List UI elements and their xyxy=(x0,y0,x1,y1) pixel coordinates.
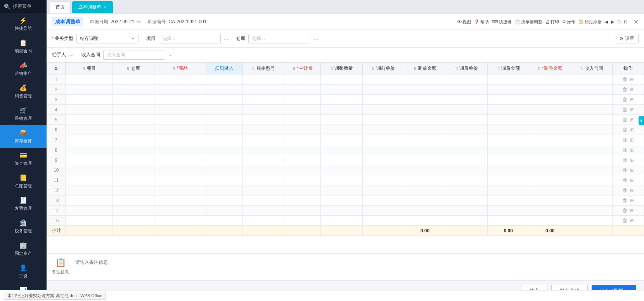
table-cell[interactable] xyxy=(242,185,284,195)
table-cell[interactable] xyxy=(206,125,242,135)
table-cell[interactable] xyxy=(362,216,404,226)
table-cell[interactable] xyxy=(206,195,242,206)
table-cell[interactable] xyxy=(242,74,284,85)
col-before-amount[interactable]: ⇅ 调前金额 xyxy=(404,63,446,74)
table-cell[interactable] xyxy=(284,206,321,216)
table-cell[interactable] xyxy=(571,195,612,206)
table-cell[interactable] xyxy=(206,115,242,125)
table-cell[interactable] xyxy=(154,195,206,206)
table-cell[interactable] xyxy=(206,216,242,226)
delete-icon[interactable]: 🗑 xyxy=(622,76,627,82)
handler-more-icon[interactable]: ··· xyxy=(69,52,74,58)
table-cell[interactable] xyxy=(321,185,362,195)
table-cell[interactable] xyxy=(66,115,113,125)
table-cell[interactable] xyxy=(404,195,446,206)
table-cell[interactable] xyxy=(571,145,612,155)
table-cell[interactable] xyxy=(446,85,487,95)
col-warehouse[interactable]: ⇅ 仓库 xyxy=(113,63,154,74)
table-cell[interactable] xyxy=(206,135,242,145)
help-action[interactable]: ❓ 帮助 xyxy=(474,19,489,25)
table-cell[interactable] xyxy=(113,105,154,115)
copy-icon[interactable]: ⊕ xyxy=(630,127,634,133)
table-cell[interactable] xyxy=(529,95,571,105)
taskbar-wps-item[interactable]: 木门行业好业财处理方案-暮红红.doc - WPS Office xyxy=(4,292,106,300)
table-cell[interactable] xyxy=(446,105,487,115)
table-cell[interactable] xyxy=(242,206,284,216)
sidebar-item-inventory[interactable]: 📦 库存核算 xyxy=(0,125,47,148)
project-select[interactable]: 选择... xyxy=(159,34,221,43)
table-cell[interactable] xyxy=(362,155,404,165)
table-cell[interactable] xyxy=(362,145,404,155)
delete-icon[interactable]: 🗑 xyxy=(622,177,627,183)
expand2-button[interactable]: ⊟ xyxy=(624,19,627,24)
table-cell[interactable] xyxy=(446,206,487,216)
table-cell[interactable] xyxy=(113,125,154,135)
table-cell[interactable] xyxy=(154,135,206,145)
table-cell[interactable] xyxy=(66,85,113,95)
table-cell[interactable] xyxy=(284,155,321,165)
table-cell[interactable] xyxy=(488,165,529,175)
table-cell[interactable] xyxy=(113,165,154,175)
project-more-icon[interactable]: ··· xyxy=(224,36,229,42)
table-cell[interactable] xyxy=(113,185,154,195)
table-cell[interactable] xyxy=(571,155,612,165)
table-cell[interactable] xyxy=(571,85,612,95)
table-cell[interactable] xyxy=(488,74,529,85)
table-cell[interactable] xyxy=(206,165,242,175)
table-cell[interactable] xyxy=(66,125,113,135)
table-cell[interactable] xyxy=(321,135,362,145)
table-cell[interactable] xyxy=(529,165,571,175)
table-cell[interactable] xyxy=(242,115,284,125)
table-cell[interactable] xyxy=(404,155,446,165)
table-cell[interactable] xyxy=(113,135,154,145)
col-after-amount[interactable]: ⇅ 调后金额 xyxy=(488,63,529,74)
table-cell[interactable] xyxy=(529,185,571,195)
close-window-button[interactable]: ✕ xyxy=(634,18,639,26)
table-cell[interactable] xyxy=(206,85,242,95)
table-cell[interactable] xyxy=(404,85,446,95)
print-action[interactable]: 🖨 打印 xyxy=(545,19,559,25)
date-edit-icon[interactable]: ✏ xyxy=(137,19,141,25)
table-cell[interactable] xyxy=(154,165,206,175)
table-cell[interactable] xyxy=(404,216,446,226)
col-project[interactable]: ⇅ 项目 xyxy=(66,63,113,74)
table-cell[interactable] xyxy=(321,145,362,155)
table-cell[interactable] xyxy=(284,74,321,85)
delete-icon[interactable]: 🗑 xyxy=(622,157,627,163)
table-cell[interactable] xyxy=(321,125,362,135)
table-cell[interactable] xyxy=(362,85,404,95)
table-cell[interactable] xyxy=(154,175,206,185)
table-cell[interactable] xyxy=(362,195,404,206)
sidebar-item-quick-nav[interactable]: ⚡ 快捷导航 xyxy=(0,13,47,35)
table-cell[interactable] xyxy=(66,206,113,216)
table-cell[interactable] xyxy=(321,175,362,185)
table-cell[interactable] xyxy=(66,185,113,195)
delete-icon[interactable]: 🗑 xyxy=(622,137,627,143)
copy-icon[interactable]: ⊕ xyxy=(630,147,634,153)
delete-icon[interactable]: 🗑 xyxy=(622,187,627,193)
table-cell[interactable] xyxy=(113,206,154,216)
table-cell[interactable] xyxy=(488,105,529,115)
delete-icon[interactable]: 🗑 xyxy=(622,117,627,123)
table-cell[interactable] xyxy=(529,175,571,185)
table-cell[interactable] xyxy=(113,95,154,105)
delete-icon[interactable]: 🗑 xyxy=(622,86,627,92)
table-cell[interactable] xyxy=(284,195,321,206)
table-cell[interactable] xyxy=(284,95,321,105)
table-cell[interactable] xyxy=(446,165,487,175)
table-cell[interactable] xyxy=(529,195,571,206)
table-cell[interactable] xyxy=(529,155,571,165)
table-cell[interactable] xyxy=(113,155,154,165)
table-cell[interactable] xyxy=(488,175,529,185)
history-action[interactable]: 📜 历史票据 xyxy=(578,19,602,25)
table-cell[interactable] xyxy=(242,155,284,165)
table-cell[interactable] xyxy=(529,206,571,216)
table-cell[interactable] xyxy=(321,195,362,206)
table-cell[interactable] xyxy=(488,206,529,216)
table-cell[interactable] xyxy=(404,74,446,85)
table-cell[interactable] xyxy=(529,125,571,135)
table-cell[interactable] xyxy=(488,216,529,226)
table-cell[interactable] xyxy=(571,74,612,85)
table-cell[interactable] xyxy=(404,115,446,125)
sidebar-item-fixed-assets[interactable]: 🏢 固定资产 xyxy=(0,238,47,260)
